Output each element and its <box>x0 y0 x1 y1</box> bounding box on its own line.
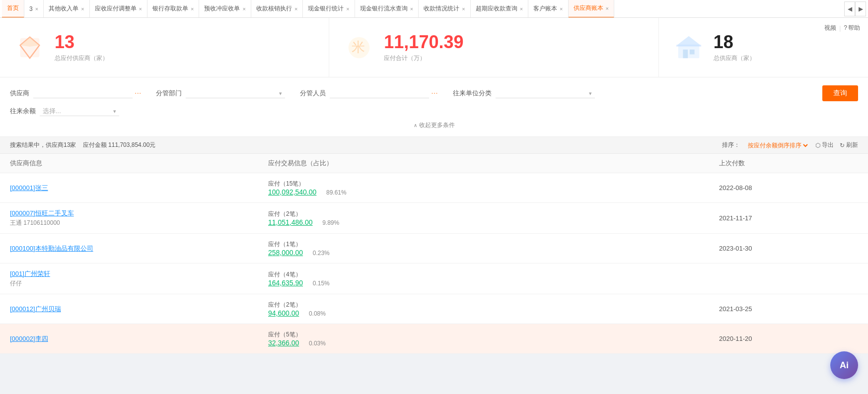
balance-label: 往来余额 <box>10 107 36 116</box>
balance-select-wrap: 选择... <box>40 106 119 116</box>
supplier-dots-icon[interactable]: ··· <box>135 89 141 98</box>
tx-label-001: 应付（4笔） <box>268 270 719 279</box>
tx-amount-000007[interactable]: 11,051,486.00 <box>268 218 313 226</box>
collapse-button[interactable]: ∧ 收起更多条件 <box>404 121 464 130</box>
tx-label-000100: 应付（1笔） <box>268 240 719 249</box>
dept-select[interactable] <box>186 88 285 98</box>
nav-tab-3[interactable]: 3 × <box>24 0 44 18</box>
close-icon[interactable]: × <box>294 6 297 12</box>
total-all-suppliers-number: 18 <box>714 32 755 52</box>
svg-rect-7 <box>683 49 688 58</box>
close-icon[interactable]: × <box>81 6 84 12</box>
close-icon[interactable]: × <box>191 6 194 12</box>
supplier-info-001: [001]广州荣轩 仔仔 <box>10 269 268 288</box>
table-row: [000007]恒旺二手叉车 王通 17106110000 应付（2笔） 11,… <box>0 203 868 234</box>
supplier-sub-000007: 王通 17106110000 <box>10 219 268 227</box>
chevron-up-icon: ∧ <box>414 123 417 128</box>
next-arrow-btn[interactable]: ▶ <box>855 1 866 16</box>
nav-tab-cash-stat[interactable]: 现金银行统计 × <box>303 0 355 18</box>
nav-tab-adjust[interactable]: 应收应付调整单 × <box>90 0 147 18</box>
supplier-link-000002[interactable]: [000002]李四 <box>10 335 48 342</box>
filter-category: 往来单位分类 <box>453 88 595 98</box>
close-icon[interactable]: × <box>242 6 245 12</box>
tx-amount-000012[interactable]: 94,600.00 <box>268 309 299 317</box>
table-header: 供应商信息 应付交易信息（占比） 上次付数 <box>0 154 868 173</box>
close-icon[interactable]: × <box>410 6 413 12</box>
person-label: 分管人员 <box>300 89 326 98</box>
close-icon[interactable]: × <box>139 6 142 12</box>
nav-tab-prepay[interactable]: 预收冲应收单 × <box>199 0 251 18</box>
col1-header: 供应商信息 <box>10 159 268 168</box>
tx-percent-000001: 89.61% <box>326 189 347 196</box>
export-button[interactable]: ⬡ 导出 <box>815 141 834 149</box>
close-icon[interactable]: × <box>520 6 523 12</box>
tx-info-000007: 应付（2笔） 11,051,486.00 9.89% <box>268 210 719 226</box>
close-icon[interactable]: × <box>560 6 563 12</box>
tx-amount-000001[interactable]: 100,092,540.00 <box>268 188 316 196</box>
filter-row-1: 供应商 ··· 分管部门 分管人员 ··· 往来单位分类 查询 <box>10 85 858 101</box>
filter-dept: 分管部门 <box>156 88 285 98</box>
person-input[interactable] <box>330 88 429 98</box>
summary-card-suppliers: 13 总应付供应商（家） <box>0 18 329 77</box>
nav-tab-customer-book[interactable]: 客户账本 × <box>528 0 568 18</box>
person-dots-icon[interactable]: ··· <box>431 89 437 98</box>
result-bar: 搜索结果中，供应商13家 应付金额 111,703,854.00元 排序： 按应… <box>0 137 868 154</box>
nav-tab-3-label: 3 <box>29 5 33 12</box>
tx-percent-000012: 0.08% <box>309 310 326 317</box>
nav-tab-other-income[interactable]: 其他收入单 × <box>44 0 89 18</box>
tx-amount-001[interactable]: 164,635.90 <box>268 279 303 287</box>
card-content-all-suppliers: 18 总供应商（家） <box>714 32 755 63</box>
supplier-link-001[interactable]: [001]广州荣轩 <box>10 270 50 277</box>
dept-label: 分管部门 <box>156 89 182 98</box>
dept-select-wrap <box>186 88 285 98</box>
supplier-link-000012[interactable]: [000012]广州贝瑞 <box>10 305 61 313</box>
sort-label: 排序： <box>722 141 740 149</box>
tx-info-001: 应付（4笔） 164,635.90 0.15% <box>268 270 719 287</box>
supplier-link-000007[interactable]: [000007]恒旺二手叉车 <box>10 209 74 217</box>
supplier-label: 供应商 <box>10 89 29 98</box>
balance-select[interactable]: 选择... <box>40 106 119 116</box>
close-icon[interactable]: × <box>462 6 465 12</box>
card-content-amount: 11,170.39 应付合计（万） <box>384 32 463 63</box>
supplier-sub-001: 仔仔 <box>10 279 268 288</box>
close-icon[interactable]: × <box>35 6 38 12</box>
total-all-suppliers-label: 总供应商（家） <box>714 54 755 63</box>
supplier-link-000100[interactable]: [000100]本特勤油品有限公司 <box>10 245 93 252</box>
supplier-input[interactable] <box>33 88 133 98</box>
prev-arrow-btn[interactable]: ◀ <box>844 1 855 16</box>
card-content-suppliers: 13 总应付供应商（家） <box>55 32 108 63</box>
tx-percent-000002: 0.03% <box>309 340 326 347</box>
nav-tab-home[interactable]: 首页 <box>2 0 24 18</box>
nav-tab-cash-stat-label: 现金银行统计 <box>308 4 344 13</box>
nav-tab-overdue-label: 超期应收款查询 <box>476 4 517 13</box>
help-link[interactable]: ?帮助 <box>844 24 860 32</box>
nav-tab-prepay-label: 预收冲应收单 <box>204 4 240 13</box>
sort-select[interactable]: 按应付余额倒序排序 <box>746 141 809 149</box>
close-icon[interactable]: × <box>606 5 609 11</box>
tx-amount-000002[interactable]: 32,366.00 <box>268 339 299 347</box>
query-button[interactable]: 查询 <box>822 85 858 101</box>
tx-amount-000100[interactable]: 258,000.00 <box>268 249 303 257</box>
nav-tab-bank[interactable]: 银行存取款单 × <box>147 0 199 18</box>
svg-rect-5 <box>678 45 699 58</box>
supplier-link-000001[interactable]: [000001]张三 <box>10 184 48 192</box>
nav-tab-supplier-book[interactable]: 供应商账本 × <box>569 0 614 18</box>
category-select[interactable] <box>496 88 595 98</box>
nav-tab-verify[interactable]: 收款核销执行 × <box>251 0 303 18</box>
svg-marker-6 <box>676 36 701 45</box>
close-icon[interactable]: × <box>346 6 349 12</box>
refresh-button[interactable]: ↻ 刷新 <box>840 141 858 149</box>
category-label: 往来单位分类 <box>453 89 492 98</box>
nav-tab-receipt-stat[interactable]: 收款情况统计 × <box>419 0 470 18</box>
tx-percent-001: 0.15% <box>313 280 330 287</box>
rice-icon: 米 <box>344 33 374 63</box>
tx-label-000001: 应付（15笔） <box>268 180 719 188</box>
summary-card-amount: 米 11,170.39 应付合计（万） <box>329 18 658 77</box>
nav-tab-cash-flow[interactable]: 现金银行流水查询 × <box>355 0 419 18</box>
video-link[interactable]: 视频 <box>824 24 836 32</box>
nav-tab-overdue[interactable]: 超期应收款查询 × <box>471 0 528 18</box>
table-row: [000012]广州贝瑞 应付（2笔） 94,600.00 0.08% 2021… <box>0 294 868 324</box>
nav-tab-adjust-label: 应收应付调整单 <box>95 4 137 13</box>
collapse-btn-label: 收起更多条件 <box>419 121 455 130</box>
last-pay-000100: 2023-01-30 <box>719 245 858 252</box>
